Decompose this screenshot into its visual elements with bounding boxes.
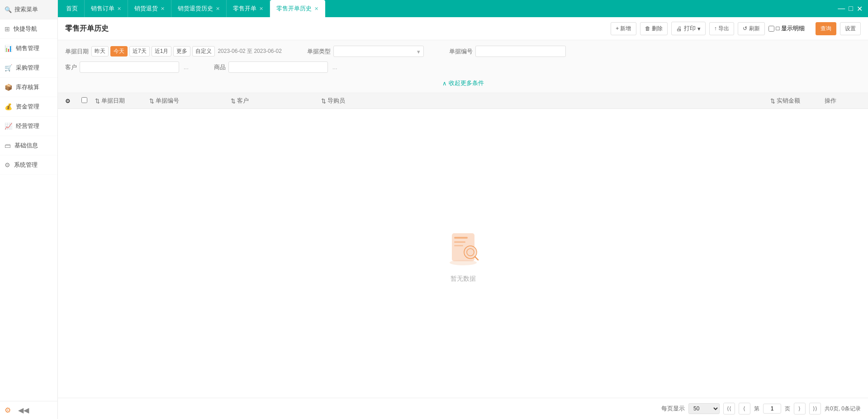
sort-icon: ⇅ (321, 98, 326, 104)
sidebar-item-sales-mgmt[interactable]: 📊销售管理 (0, 39, 57, 58)
tab-close-icon[interactable]: ✕ (259, 6, 263, 12)
filter-date: 单据日期 昨天今天近7天近1月更多自定义 2023-06-02 至 2023-0… (65, 46, 282, 56)
sidebar-bottom: ⚙ ◀◀ (0, 401, 57, 419)
date-btn-今天[interactable]: 今天 (110, 46, 128, 56)
minimize-button[interactable]: — (838, 5, 845, 13)
date-buttons: 昨天今天近7天近1月更多自定义 (91, 46, 215, 56)
nav-label: 库存核算 (16, 83, 39, 91)
select-all-cell[interactable] (81, 97, 95, 104)
display-detail-toggle[interactable]: □ 显示明细 (768, 24, 805, 33)
delete-button[interactable]: 🗑 删除 (640, 22, 668, 35)
tab-sales-order[interactable]: 销售订单✕ (85, 0, 128, 17)
sidebar-item-operations[interactable]: 📈经营管理 (0, 117, 57, 136)
svg-rect-3 (454, 241, 465, 243)
first-page-button[interactable]: ⟨⟨ (723, 403, 735, 414)
prev-page-button[interactable]: ⟨ (739, 403, 750, 414)
tab-sales-return-history[interactable]: 销货退货历史✕ (171, 0, 227, 17)
th-date[interactable]: ⇅ 单据日期 (95, 97, 149, 105)
collapse-icon[interactable]: ◀◀ (18, 406, 29, 414)
tab-close-icon[interactable]: ✕ (216, 6, 220, 12)
sidebar-item-basic-info[interactable]: 🗃基础信息 (0, 136, 57, 155)
th-number-label: 单据编号 (156, 97, 179, 105)
select-all-checkbox[interactable] (81, 97, 87, 103)
th-customer[interactable]: ⇅ 客户 (231, 97, 321, 105)
th-number[interactable]: ⇅ 单据编号 (149, 97, 231, 105)
tab-retail-open-history[interactable]: 零售开单历史✕ (270, 0, 325, 17)
nav-label: 销售管理 (16, 44, 39, 52)
date-range: 2023-06-02 至 2023-06-02 (218, 47, 281, 55)
print-label: 打印 (684, 24, 696, 33)
nav-icon: 💰 (5, 103, 12, 110)
column-settings-icon: ⚙ (65, 98, 71, 104)
table-area: ⚙ ⇅ 单据日期 ⇅ 单据编号 ⇅ 客户 ⇅ (58, 93, 868, 398)
sidebar-nav: ⊞快捷导航📊销售管理🛒采购管理📦库存核算💰资金管理📈经营管理🗃基础信息⚙系统管理 (0, 19, 57, 175)
table-header: ⚙ ⇅ 单据日期 ⇅ 单据编号 ⇅ 客户 ⇅ (58, 93, 868, 109)
sidebar-search[interactable]: 🔍 搜索菜单 (0, 0, 57, 19)
th-guide[interactable]: ⇅ 导购员 (321, 97, 375, 105)
date-btn-近7天[interactable]: 近7天 (129, 46, 150, 56)
tab-home[interactable]: 首页 (60, 0, 85, 17)
th-guide-label: 导购员 (327, 97, 345, 105)
empty-text: 暂无数据 (451, 275, 476, 283)
tab-retail-open[interactable]: 零售开单✕ (227, 0, 270, 17)
tab-items: 首页销售订单✕销货退货✕销货退货历史✕零售开单✕零售开单历史✕ (60, 0, 325, 17)
customer-label: 客户 (65, 63, 77, 71)
page-input[interactable] (763, 404, 781, 414)
customer-ellipsis[interactable]: ... (184, 64, 189, 71)
tab-close-icon[interactable]: ✕ (314, 6, 318, 12)
maximize-button[interactable]: □ (849, 5, 853, 13)
sidebar-item-finance-mgmt[interactable]: 💰资金管理 (0, 97, 57, 117)
number-input[interactable] (475, 46, 566, 57)
display-detail-checkbox[interactable] (768, 26, 774, 32)
settings-icon[interactable]: ⚙ (5, 406, 11, 414)
tab-close-icon[interactable]: ✕ (117, 6, 121, 12)
date-btn-昨天[interactable]: 昨天 (91, 46, 109, 56)
filter-number: 单据编号 (449, 46, 566, 57)
display-detail-label: □ 显示明细 (776, 24, 805, 33)
filter-row-2: 客户 ... 商品 ... (65, 61, 861, 73)
tab-label: 首页 (66, 5, 78, 13)
next-page-button[interactable]: ⟩ (794, 403, 806, 414)
nav-label: 基础信息 (14, 141, 38, 150)
empty-icon (441, 224, 486, 269)
th-amount[interactable]: ⇅ 实销金额 (770, 97, 825, 105)
customer-input[interactable] (80, 61, 179, 73)
date-btn-近1月[interactable]: 近1月 (152, 46, 172, 56)
settings-button[interactable]: 设置 (840, 22, 861, 35)
date-btn-自定义[interactable]: 自定义 (192, 46, 215, 56)
tab-label: 销售订单 (91, 5, 114, 13)
sidebar-item-system-mgmt[interactable]: ⚙系统管理 (0, 155, 57, 175)
close-button[interactable]: ✕ (857, 5, 863, 13)
svg-line-7 (475, 257, 478, 260)
sidebar-item-quick-nav[interactable]: ⊞快捷导航 (0, 19, 57, 39)
type-select[interactable] (333, 46, 424, 57)
sort-icon: ⇅ (149, 98, 154, 104)
tab-sales-return[interactable]: 销货退货✕ (128, 0, 171, 17)
svg-rect-2 (454, 237, 468, 239)
sidebar-item-purchase-mgmt[interactable]: 🛒采购管理 (0, 58, 57, 78)
query-button[interactable]: 查询 (816, 22, 836, 35)
goods-ellipsis[interactable]: ... (332, 64, 337, 71)
refresh-button[interactable]: ↺ 刷新 (738, 22, 764, 35)
column-settings[interactable]: ⚙ (65, 98, 81, 104)
tab-label: 零售开单 (233, 5, 256, 13)
filter-collapse-row: ∧ 收起更多条件 (65, 77, 861, 89)
sidebar-item-inventory[interactable]: 📦库存核算 (0, 78, 57, 97)
date-btn-更多[interactable]: 更多 (173, 46, 190, 56)
add-button[interactable]: + 新增 (611, 22, 636, 35)
page-label: 页 (785, 405, 790, 413)
collapse-button[interactable]: ∧ 收起更多条件 (439, 77, 488, 89)
pagination: 每页显示 50 10 20 100 ⟨⟨ ⟨ 第 页 ⟩ ⟩⟩ 共0页, 0条记… (58, 398, 868, 419)
print-button[interactable]: 🖨 打印 ▾ (671, 22, 706, 35)
th-action: 操作 (825, 97, 861, 105)
content-area: 零售开单历史 + 新增 🗑 删除 🖨 打印 ▾ ↑ 导出 ↺ 刷新 □ 显示明细… (58, 17, 868, 419)
page-title: 零售开单历史 (65, 24, 607, 33)
export-button[interactable]: ↑ 导出 (709, 22, 734, 35)
th-action-label: 操作 (825, 97, 836, 105)
tab-close-icon[interactable]: ✕ (161, 6, 165, 12)
last-page-button[interactable]: ⟩⟩ (809, 403, 821, 414)
number-label: 单据编号 (449, 47, 473, 56)
goods-input[interactable] (228, 61, 328, 73)
page-label-pre: 第 (754, 405, 759, 413)
per-page-select[interactable]: 50 10 20 100 (688, 403, 720, 414)
